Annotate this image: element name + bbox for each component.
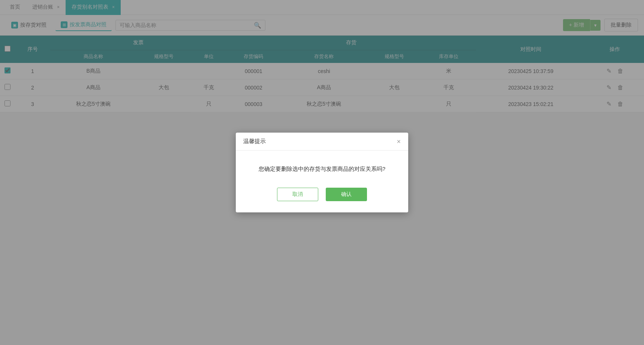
modal-overlay: 温馨提示 × 您确定要删除选中的存货与发票商品的对应关系吗? 取消 确认 (0, 0, 644, 112)
